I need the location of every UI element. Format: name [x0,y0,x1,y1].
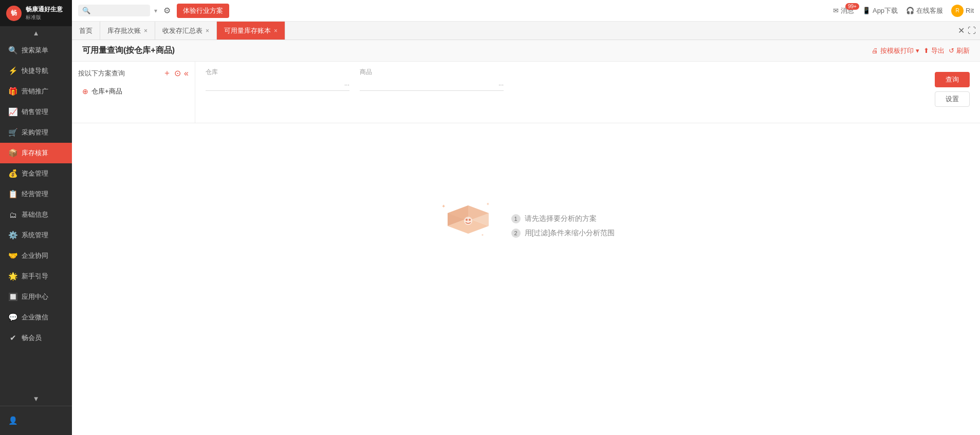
sidebar-item-label: 企业微信 [22,313,48,322]
manage-scheme-btn[interactable]: ⊙ [174,68,181,78]
member-icon: ✔ [8,333,17,343]
sidebar-header: 畅 畅康通好生意 标准版 [0,0,72,26]
warehouse-field: 仓库 ··· [206,68,349,91]
online-service-btn[interactable]: 🎧 在线客服 [906,6,943,15]
search-input[interactable] [93,7,146,14]
sidebar-item-operation[interactable]: 📋 经营管理 [0,184,72,204]
sidebar-item-enterprise[interactable]: 🤝 企业协同 [0,245,72,266]
empty-state: ✦ ✦ ✦ 1 请先选择要分析的方案 2 用[过滤]条件来缩小分析范围 [72,123,980,329]
enterprise-icon: 🤝 [8,251,17,260]
tabs-actions: ✕ ⛶ [954,26,980,35]
sidebar-item-marketing[interactable]: 🎁 营销推广 [0,81,72,102]
sidebar-scroll-up[interactable]: ▲ [0,26,72,40]
sidebar-item-basic[interactable]: 🗂 基础信息 [0,204,72,225]
svg-point-5 [466,219,468,221]
query-btn[interactable]: 查询 [935,72,970,87]
sidebar-item-label: 经营管理 [22,190,48,199]
inventory-icon: 📦 [8,148,17,158]
tab-available[interactable]: 可用量库存账本× [217,22,285,40]
empty-tip: 2 用[过滤]条件来缩小分析范围 [511,229,615,238]
sidebar-nav: 🔍 搜索菜单 ⚡ 快捷导航 🎁 营销推广 📈 销售管理 🛒 采购管理 📦 库存核… [0,40,72,392]
tab-label-available: 可用量库存账本 [224,26,271,35]
search-icon: 🔍 [82,7,90,14]
sidebar-item-label: 销售管理 [22,107,48,117]
tab-label-batch: 库存批次账 [107,26,141,35]
main-area: 🔍 ▾ ⚙ 体验行业方案 ✉ 消息 99+ 📱 App下载 🎧 在线客服 R R… [72,0,980,435]
avatar: R [951,5,964,17]
chevron-down-icon[interactable]: ▾ [154,7,157,14]
top-bar: 🔍 ▾ ⚙ 体验行业方案 ✉ 消息 99+ 📱 App下载 🎧 在线客服 R R… [72,0,980,22]
tab-close-batch[interactable]: × [144,27,147,34]
empty-tips: 1 请先选择要分析的方案 2 用[过滤]条件来缩小分析范围 [511,214,615,238]
query-scheme-panel: 按以下方案查询 ＋ ⊙ « ⊕ 仓库+商品 [72,62,195,123]
goods-input[interactable] [360,81,495,88]
content-area: 可用量查询(按仓库+商品) 🖨 按模板打印 ▾ ⬆ 导出 ↺ 刷新 [72,40,980,435]
sidebar-item-shortcut[interactable]: ⚡ 快捷导航 [0,61,72,81]
sidebar-scroll-down[interactable]: ▼ [0,392,72,406]
tip-text: 请先选择要分析的方案 [525,214,597,223]
newbie-icon: 🌟 [8,272,17,281]
tab-label-home: 首页 [79,26,93,35]
sidebar-item-member[interactable]: ✔ 畅会员 [0,328,72,348]
tab-close-available[interactable]: × [274,27,278,34]
add-scheme-btn[interactable]: ＋ [163,68,171,79]
tab-batch[interactable]: 库存批次账× [100,22,155,40]
sidebar-item-sales[interactable]: 📈 销售管理 [0,102,72,122]
sidebar-item-system[interactable]: ⚙️ 系统管理 [0,225,72,245]
tabs-bar: 首页库存批次账×收发存汇总表×可用量库存账本× ✕ ⛶ [72,22,980,40]
scheme-item-warehouse-goods[interactable]: ⊕ 仓库+商品 [78,84,189,99]
export-btn[interactable]: ⬆ 导出 [923,46,945,55]
sidebar-item-search[interactable]: 🔍 搜索菜单 [0,40,72,61]
user-menu-btn[interactable]: R Rit [951,5,974,17]
sidebar-item-newbie[interactable]: 🌟 新手引导 [0,266,72,287]
goods-field-input[interactable]: ··· [360,79,504,91]
marketing-icon: 🎁 [8,87,17,96]
sidebar-item-label: 资金管理 [22,169,48,178]
sales-icon: 📈 [8,107,17,117]
sidebar-item-finance[interactable]: 💰 资金管理 [0,163,72,184]
sidebar-item-label: 基础信息 [22,210,48,219]
top-bar-right: ✉ 消息 99+ 📱 App下载 🎧 在线客服 R Rit [833,5,974,17]
sidebar-item-label: 系统管理 [22,231,48,240]
warehouse-field-input[interactable]: ··· [206,79,349,91]
close-tab-btn[interactable]: ✕ [958,26,965,35]
print-btn[interactable]: 🖨 按模板打印 ▾ [872,46,919,55]
settings-btn[interactable]: 设置 [935,91,970,107]
sidebar-item-wechat[interactable]: 💬 企业微信 [0,307,72,328]
refresh-btn[interactable]: ↺ 刷新 [949,46,970,55]
sidebar-item-purchase[interactable]: 🛒 采购管理 [0,122,72,143]
page-header: 可用量查询(按仓库+商品) 🖨 按模板打印 ▾ ⬆ 导出 ↺ 刷新 [72,40,980,62]
sidebar-item-inventory[interactable]: 📦 库存核算 [0,143,72,163]
wechat-icon: 💬 [8,313,17,322]
svg-point-6 [469,219,471,221]
search-icon: 🔍 [8,46,17,55]
settings-icon[interactable]: ⚙ [163,6,171,15]
print-icon: 🖨 [872,47,878,54]
trial-btn[interactable]: 体验行业方案 [177,4,229,18]
warehouse-more-btn[interactable]: ··· [344,81,349,88]
print-chevron-icon: ▾ [916,47,919,54]
collapse-scheme-btn[interactable]: « [184,69,189,78]
tab-home[interactable]: 首页 [72,22,100,40]
tab-summary[interactable]: 收发存汇总表× [155,22,217,40]
sidebar-item-label: 新手引导 [22,272,48,281]
app-download-btn[interactable]: 📱 App下载 [862,6,898,15]
sidebar-bottom: 👤 [0,406,72,435]
sidebar: 畅 畅康通好生意 标准版 ▲ 🔍 搜索菜单 ⚡ 快捷导航 🎁 营销推广 📈 销售… [0,0,72,435]
expand-tabs-btn[interactable]: ⛶ [968,26,976,35]
export-icon: ⬆ [923,47,929,54]
user-icon: 👤 [8,416,17,425]
top-bar-search[interactable]: 🔍 [78,5,150,16]
goods-field: 商品 ··· [360,68,504,91]
sidebar-item-label: 库存核算 [22,148,48,158]
goods-more-btn[interactable]: ··· [498,81,504,88]
sidebar-title-block: 畅康通好生意 标准版 [26,5,63,21]
message-btn[interactable]: ✉ 消息 99+ [833,6,854,15]
sidebar-item-label: 企业协同 [22,251,48,260]
sidebar-item-label: 搜索菜单 [22,46,48,55]
warehouse-input[interactable] [206,81,341,88]
tab-label-summary: 收发存汇总表 [162,26,202,35]
sidebar-item-user-settings[interactable]: 👤 [0,410,72,431]
sidebar-item-apps[interactable]: 🔲 应用中心 [0,287,72,307]
tab-close-summary[interactable]: × [206,27,209,34]
